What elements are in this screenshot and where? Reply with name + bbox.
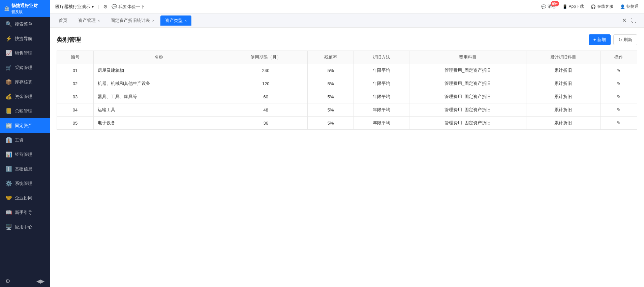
tab-close-1[interactable]: × bbox=[98, 19, 100, 23]
sidebar-item-purchase[interactable]: 🛒 采购管理 bbox=[0, 60, 50, 75]
cell-1-method: 年限平均 bbox=[354, 77, 409, 90]
maximize-window-button[interactable]: ⛶ bbox=[629, 17, 639, 24]
sidebar-item-inventory[interactable]: 📦 库存核算 bbox=[0, 75, 50, 89]
sidebar-label-capital: 资金管理 bbox=[15, 94, 32, 100]
sidebar-item-quick-nav[interactable]: ⚡ 快捷导航 bbox=[0, 31, 50, 46]
sidebar-item-basic-info[interactable]: ℹ️ 基础信息 bbox=[0, 162, 50, 176]
sidebar-item-guide[interactable]: 📖 新手引导 bbox=[0, 205, 50, 220]
sidebar-icon-inventory: 📦 bbox=[5, 79, 11, 85]
asset-type-table: 编号名称使用期限（月）残值率折旧方法费用科目累计折旧科目操作 01房屋及建筑物2… bbox=[57, 51, 637, 130]
sidebar-item-ledger[interactable]: 📒 总账管理 bbox=[0, 104, 50, 118]
username-label: 畅捷通 bbox=[626, 4, 639, 9]
cell-1-period: 120 bbox=[224, 77, 308, 90]
sidebar-item-system[interactable]: ⚙️ 系统管理 bbox=[0, 176, 50, 191]
sidebar-icon-purchase: 🛒 bbox=[5, 64, 11, 71]
app-name: 畅捷通好业财 bbox=[11, 3, 38, 9]
cell-2-residual: 5% bbox=[308, 90, 354, 103]
page-actions: + 新增 ↻ 刷新 bbox=[589, 34, 637, 45]
message-button[interactable]: 💬 消息 99+ bbox=[541, 4, 556, 9]
new-button[interactable]: + 新增 bbox=[589, 34, 611, 45]
app-download-button[interactable]: 📱 App下载 bbox=[562, 4, 584, 9]
sidebar-label-quick-nav: 快捷导航 bbox=[15, 36, 32, 42]
topbar-right: 💬 消息 99+ 📱 App下载 🎧 在线客服 👤 畅捷通 bbox=[541, 4, 639, 9]
cell-0-name: 房屋及建筑物 bbox=[94, 64, 224, 77]
tab-2[interactable]: 固定资产折旧统计表× bbox=[106, 15, 159, 26]
sidebar-item-operation[interactable]: 📊 经营管理 bbox=[0, 147, 50, 162]
user-profile-button[interactable]: 👤 畅捷通 bbox=[620, 4, 639, 9]
experience-label: 我要体验一下 bbox=[118, 4, 145, 10]
refresh-icon: ↻ bbox=[618, 37, 622, 42]
tab-0[interactable]: 首页 bbox=[54, 15, 72, 26]
cell-4-accumulated: 累计折旧 bbox=[526, 117, 600, 130]
edit-button-2[interactable]: ✎ bbox=[600, 90, 637, 103]
sidebar-label-system: 系统管理 bbox=[15, 181, 32, 187]
sidebar-label-ledger: 总账管理 bbox=[15, 108, 32, 114]
page-header: 类别管理 + 新增 ↻ 刷新 bbox=[57, 34, 637, 45]
cell-4-id: 05 bbox=[57, 117, 94, 130]
tab-label-2: 固定资产折旧统计表 bbox=[111, 18, 150, 24]
edit-button-0[interactable]: ✎ bbox=[600, 64, 637, 77]
sidebar: 🏦 畅捷通好业财 普及版 🔍 搜索菜单 ⚡ 快捷导航 📈 销售管理 🛒 采购管理… bbox=[0, 0, 50, 287]
edit-button-1[interactable]: ✎ bbox=[600, 77, 637, 90]
sidebar-label-cooperation: 企业协同 bbox=[15, 195, 32, 201]
sidebar-item-fixed-assets[interactable]: 🏢 固定资产 bbox=[0, 118, 50, 133]
table-row: 04运输工具485%年限平均管理费用_固定资产折旧累计折旧✎ bbox=[57, 103, 637, 117]
sidebar-item-app-center[interactable]: 🖥️ 应用中心 bbox=[0, 220, 50, 234]
sidebar-icon-operation: 📊 bbox=[5, 151, 11, 158]
tab-label-0: 首页 bbox=[59, 18, 67, 24]
cell-2-accumulated: 累计折旧 bbox=[526, 90, 600, 103]
col-header-1: 名称 bbox=[94, 51, 224, 64]
app-download-icon: 📱 bbox=[562, 4, 568, 9]
col-header-3: 残值率 bbox=[308, 51, 354, 64]
topbar-gear-icon[interactable]: ⚙ bbox=[103, 4, 108, 10]
cell-0-id: 01 bbox=[57, 64, 94, 77]
cell-3-method: 年限平均 bbox=[354, 103, 409, 117]
cell-1-id: 02 bbox=[57, 77, 94, 90]
cell-0-expense: 管理费用_固定资产折旧 bbox=[409, 64, 526, 77]
cell-2-method: 年限平均 bbox=[354, 90, 409, 103]
customer-service-button[interactable]: 🎧 在线客服 bbox=[591, 4, 613, 9]
message-icon: 💬 bbox=[541, 4, 546, 9]
sidebar-label-operation: 经营管理 bbox=[15, 152, 32, 158]
sidebar-icon-quick-nav: ⚡ bbox=[5, 35, 11, 42]
col-header-6: 累计折旧科目 bbox=[526, 51, 600, 64]
refresh-button[interactable]: ↻ 刷新 bbox=[613, 34, 637, 45]
cell-4-name: 电子设备 bbox=[94, 117, 224, 130]
sidebar-label-salary: 工资 bbox=[15, 137, 24, 143]
app-download-label: App下载 bbox=[569, 4, 584, 9]
sidebar-item-capital[interactable]: 💰 资金管理 bbox=[0, 89, 50, 104]
sidebar-item-cooperation[interactable]: 🤝 企业协同 bbox=[0, 191, 50, 205]
tab-close-2[interactable]: × bbox=[152, 19, 154, 23]
collapse-icon[interactable]: ◀▶ bbox=[36, 278, 44, 284]
edit-button-3[interactable]: ✎ bbox=[600, 103, 637, 117]
tab-label-3: 资产类型 bbox=[165, 18, 183, 24]
tab-label-1: 资产管理 bbox=[78, 18, 96, 24]
cell-4-residual: 5% bbox=[308, 117, 354, 130]
sidebar-label-basic-info: 基础信息 bbox=[15, 166, 32, 172]
sidebar-item-search[interactable]: 🔍 搜索菜单 bbox=[0, 17, 50, 31]
content-area: 类别管理 + 新增 ↻ 刷新 编号名称使用期限（月）残值率折旧方法费用科目累计折… bbox=[50, 28, 644, 287]
sidebar-icon-app-center: 🖥️ bbox=[5, 224, 11, 230]
industry-selector[interactable]: 医疗器械行业演示 ▾ bbox=[55, 4, 94, 10]
tab-3[interactable]: 资产类型× bbox=[160, 15, 191, 26]
close-window-button[interactable]: ✕ bbox=[620, 17, 628, 24]
page-container: 类别管理 + 新增 ↻ 刷新 编号名称使用期限（月）残值率折旧方法费用科目累计折… bbox=[50, 28, 644, 287]
edit-button-4[interactable]: ✎ bbox=[600, 117, 637, 130]
tab-1[interactable]: 资产管理× bbox=[73, 15, 104, 26]
app-logo: 🏦 畅捷通好业财 普及版 bbox=[0, 0, 50, 17]
col-header-0: 编号 bbox=[57, 51, 94, 64]
settings-icon[interactable]: ⚙ bbox=[5, 278, 10, 284]
table-row: 01房屋及建筑物2405%年限平均管理费用_固定资产折旧累计折旧✎ bbox=[57, 64, 637, 77]
customer-service-label: 在线客服 bbox=[597, 4, 613, 9]
table-row: 03器具、工具、家具等605%年限平均管理费用_固定资产折旧累计折旧✎ bbox=[57, 90, 637, 103]
tab-close-3[interactable]: × bbox=[185, 19, 187, 23]
cell-2-name: 器具、工具、家具等 bbox=[94, 90, 224, 103]
sidebar-icon-sales: 📈 bbox=[5, 50, 11, 56]
cell-0-method: 年限平均 bbox=[354, 64, 409, 77]
sidebar-item-salary[interactable]: 👔 工资 bbox=[0, 133, 50, 147]
cell-0-residual: 5% bbox=[308, 64, 354, 77]
topbar: 医疗器械行业演示 ▾ | ⚙ 💬 我要体验一下 💬 消息 99+ 📱 App下载… bbox=[50, 0, 644, 13]
industry-label: 医疗器械行业演示 bbox=[55, 4, 90, 10]
sidebar-item-sales[interactable]: 📈 销售管理 bbox=[0, 46, 50, 60]
experience-button[interactable]: 💬 我要体验一下 bbox=[112, 4, 145, 10]
